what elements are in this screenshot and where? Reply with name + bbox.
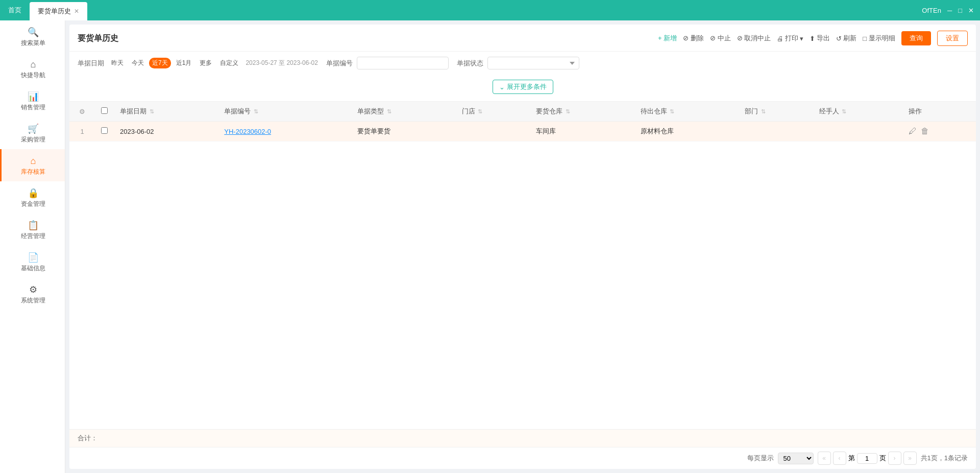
window-min-btn[interactable]: ─ xyxy=(947,7,952,14)
date-opt-yesterday[interactable]: 昨天 xyxy=(108,58,127,68)
expand-filter-row: ⌄ 展开更多条件 xyxy=(78,78,968,96)
footer-total-label: 合计： xyxy=(78,434,97,443)
row-store xyxy=(456,122,530,141)
row-doc-date: 2023-06-02 xyxy=(114,122,218,141)
window-max-btn[interactable]: □ xyxy=(958,7,962,14)
date-opt-1month[interactable]: 近1月 xyxy=(173,58,195,68)
page-title: 要货单历史 xyxy=(78,33,118,49)
sidebar-item-operation-mgmt[interactable]: 📋 经营管理 xyxy=(0,214,65,246)
col-department[interactable]: 部门 ⇅ xyxy=(739,102,813,122)
doc-status-filter-group: 单据状态 xyxy=(457,57,579,69)
tab-home-label: 首页 xyxy=(8,6,21,15)
doc-status-select[interactable] xyxy=(487,57,579,69)
sort-handler-icon: ⇅ xyxy=(842,108,846,114)
top-bar: 首页 要货单历史 ✕ OfTEn ─ □ ✕ xyxy=(0,0,980,20)
last-page-btn[interactable]: » xyxy=(903,452,917,465)
date-opt-today[interactable]: 今天 xyxy=(129,58,147,68)
row-delete-icon[interactable]: 🗑 xyxy=(921,127,929,136)
purchase-mgmt-icon: 🛒 xyxy=(28,124,39,133)
sidebar-item-purchase-mgmt-label: 采购管理 xyxy=(21,135,45,144)
sidebar-item-quick-nav[interactable]: ⌂ 快捷导航 xyxy=(0,53,65,85)
col-handler[interactable]: 经手人 ⇅ xyxy=(813,102,902,122)
settings-button[interactable]: 设置 xyxy=(937,31,968,46)
sidebar-item-purchase-mgmt[interactable]: 🛒 采购管理 xyxy=(0,117,65,149)
row-select-checkbox[interactable] xyxy=(101,127,108,134)
date-filter-group: 单据日期 昨天 今天 近7天 近1月 更多 自定义 2023-05-27 至 2… xyxy=(78,58,318,68)
cancel-stop-button[interactable]: ⊘ 取消中止 xyxy=(737,34,771,43)
col-doc-no[interactable]: 单据编号 ⇅ xyxy=(218,102,351,122)
new-button[interactable]: + 新增 xyxy=(658,34,677,43)
sort-department-icon: ⇅ xyxy=(761,108,766,114)
print-button[interactable]: 🖨 打印 ▾ xyxy=(777,34,803,43)
expand-icon: ⌄ xyxy=(499,83,505,91)
doc-status-label: 单据状态 xyxy=(457,59,483,68)
row-doc-no[interactable]: YH-20230602-0 xyxy=(218,122,351,141)
select-all-checkbox[interactable] xyxy=(101,107,108,114)
prev-page-btn[interactable]: ‹ xyxy=(833,452,846,465)
delete-button[interactable]: ⊘ 删除 xyxy=(683,34,704,43)
window-close-btn[interactable]: ✕ xyxy=(968,7,974,14)
table-footer: 合计： xyxy=(69,429,976,447)
col-req-warehouse[interactable]: 要货仓库 ⇅ xyxy=(530,102,634,122)
display-detail-checkbox[interactable]: □ 显示明细 xyxy=(863,34,895,43)
date-range-display: 2023-05-27 至 2023-06-02 xyxy=(246,59,317,67)
col-pending-warehouse[interactable]: 待出仓库 ⇅ xyxy=(634,102,739,122)
table-row: 1 2023-06-02 YH-20230602-0 要货单要货 车间库 原材料… xyxy=(69,122,976,141)
system-mgmt-icon: ⚙ xyxy=(29,285,37,294)
search-menu-icon: 🔍 xyxy=(28,28,39,37)
finance-mgmt-icon: 🔒 xyxy=(28,188,39,198)
date-opt-7days[interactable]: 近7天 xyxy=(149,58,171,68)
tab-requisition-history[interactable]: 要货单历史 ✕ xyxy=(30,2,87,20)
row-req-warehouse: 车间库 xyxy=(530,122,634,141)
col-doc-type[interactable]: 单据类型 ⇅ xyxy=(351,102,455,122)
refresh-button[interactable]: ↺ 刷新 xyxy=(836,34,856,43)
stop-button[interactable]: ⊘ 中止 xyxy=(710,34,731,43)
row-num: 1 xyxy=(69,122,95,141)
query-button[interactable]: 查询 xyxy=(901,31,931,45)
tab-requisition-history-label: 要货单历史 xyxy=(38,7,71,16)
row-handler xyxy=(813,122,902,141)
row-doc-type: 要货单要货 xyxy=(351,122,455,141)
sidebar-item-finance-mgmt[interactable]: 🔒 资金管理 xyxy=(0,181,65,214)
sidebar-item-inventory-mgmt[interactable]: ⌂ 库存核算 xyxy=(0,149,65,181)
row-checkbox[interactable] xyxy=(95,122,114,141)
row-edit-icon[interactable]: 🖊 xyxy=(909,127,917,136)
sidebar-item-system-mgmt[interactable]: ⚙ 系统管理 xyxy=(0,278,65,310)
export-icon: ⬆ xyxy=(810,35,815,42)
doc-no-link[interactable]: YH-20230602-0 xyxy=(224,128,271,135)
sidebar-item-operation-mgmt-label: 经营管理 xyxy=(21,232,45,241)
page-label: 第 xyxy=(848,454,855,463)
tab-close-icon[interactable]: ✕ xyxy=(74,8,79,15)
sidebar-item-inventory-mgmt-label: 库存核算 xyxy=(21,168,45,176)
page-header: 要货单历史 + 新增 ⊘ 删除 ⊘ 中止 ⊘ 取消中止 🖨 打印 ▾ ⬆ 导出 … xyxy=(69,25,976,52)
sidebar: 🔍 搜索菜单 ⌂ 快捷导航 📊 销售管理 🛒 采购管理 ⌂ 库存核算 🔒 资金管… xyxy=(0,20,65,473)
col-doc-date[interactable]: 单据日期 ⇅ xyxy=(114,102,218,122)
date-opt-more[interactable]: 更多 xyxy=(197,58,215,68)
next-page-btn[interactable]: › xyxy=(888,452,901,465)
row-pending-warehouse: 原材料仓库 xyxy=(634,122,739,141)
pagination: 每页显示 50 10 20 100 « ‹ 第 页 › » 共1页，1条记录 xyxy=(69,447,976,469)
display-detail-label: 显示明细 xyxy=(869,34,895,43)
date-opt-custom[interactable]: 自定义 xyxy=(217,58,241,68)
sidebar-item-search-menu[interactable]: 🔍 搜索菜单 xyxy=(0,20,65,53)
sort-store-icon: ⇅ xyxy=(478,108,482,114)
tab-home[interactable]: 首页 xyxy=(0,0,30,20)
export-button[interactable]: ⬆ 导出 xyxy=(810,34,830,43)
table-header: ⚙ 单据日期 ⇅ 单据编号 ⇅ 单据类型 ⇅ 门店 ⇅ 要货仓库 ⇅ 待出仓库 … xyxy=(69,102,976,122)
doc-no-filter-group: 单据编号 xyxy=(326,57,449,69)
sidebar-item-sales-mgmt[interactable]: 📊 销售管理 xyxy=(0,85,65,117)
col-settings[interactable]: ⚙ xyxy=(69,102,95,122)
expand-filter-button[interactable]: ⌄ 展开更多条件 xyxy=(493,80,553,94)
page-size-select[interactable]: 50 10 20 100 xyxy=(778,453,814,464)
total-info: 共1页，1条记录 xyxy=(921,454,968,463)
sidebar-item-basic-info[interactable]: 📄 基础信息 xyxy=(0,246,65,278)
first-page-btn[interactable]: « xyxy=(818,452,831,465)
sidebar-item-finance-mgmt-label: 资金管理 xyxy=(21,200,45,208)
refresh-icon: ↺ xyxy=(836,35,842,42)
page-number-input[interactable] xyxy=(857,453,877,464)
main-layout: 🔍 搜索菜单 ⌂ 快捷导航 📊 销售管理 🛒 采购管理 ⌂ 库存核算 🔒 资金管… xyxy=(0,20,980,473)
content-area: 要货单历史 + 新增 ⊘ 删除 ⊘ 中止 ⊘ 取消中止 🖨 打印 ▾ ⬆ 导出 … xyxy=(69,25,976,469)
sort-pending-warehouse-icon: ⇅ xyxy=(670,108,674,114)
doc-no-input[interactable] xyxy=(357,57,449,69)
col-store[interactable]: 门店 ⇅ xyxy=(456,102,530,122)
